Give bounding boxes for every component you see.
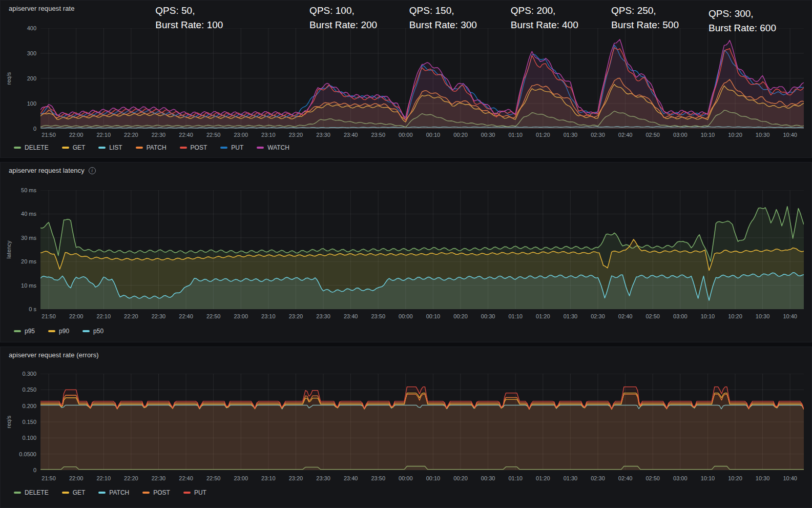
x-tick-label: 10:40 [774, 313, 806, 320]
series-color-swatch [220, 147, 227, 149]
legend: DELETEGETLISTPATCHPOSTPUTWATCH [14, 144, 289, 151]
series-color-swatch [14, 147, 21, 149]
legend-label: PUT [231, 144, 243, 151]
y-tick-label: 400 [5, 25, 36, 32]
y-tick-label: 20 ms [5, 258, 36, 265]
legend: DELETEGETPATCHPOSTPUT [14, 489, 206, 496]
y-axis-label: latency [6, 241, 12, 259]
legend-label: PATCH [109, 489, 129, 496]
series-color-swatch [62, 492, 69, 494]
panel-header[interactable]: apiserver request rate [9, 5, 75, 12]
legend-item-PUT[interactable]: PUT [220, 144, 243, 151]
legend-item-GET[interactable]: GET [62, 489, 86, 496]
series-color-swatch [136, 147, 143, 149]
legend-label: DELETE [25, 144, 49, 151]
legend-label: PUT [194, 489, 206, 496]
y-tick-label: 0 s [5, 306, 36, 313]
panel-title[interactable]: apiserver request latency [9, 167, 85, 174]
legend-item-WATCH[interactable]: WATCH [257, 144, 289, 151]
series-color-swatch [180, 147, 187, 149]
legend-label: GET [73, 144, 86, 151]
legend-item-POST[interactable]: POST [180, 144, 207, 151]
legend: p95p90p50 [14, 328, 103, 335]
legend-label: p50 [93, 328, 103, 335]
y-tick-label: 0 [5, 125, 36, 132]
series-area-WATCH [40, 39, 804, 129]
legend-item-GET[interactable]: GET [62, 144, 86, 151]
legend-label: POST [191, 144, 207, 151]
chart-canvas[interactable] [40, 190, 804, 309]
y-tick-label: 30 ms [5, 234, 36, 241]
y-tick-label: 0 [5, 466, 36, 474]
legend-item-PATCH[interactable]: PATCH [98, 489, 129, 496]
series-color-swatch [14, 330, 21, 332]
y-tick-label: 0.150 [5, 418, 36, 425]
legend-label: p90 [59, 328, 69, 335]
chart-canvas[interactable] [40, 374, 804, 470]
series-color-swatch [98, 492, 106, 494]
series-area-PUT [40, 387, 804, 470]
legend-label: p95 [25, 328, 35, 335]
x-tick-label: 10:40 [774, 131, 806, 138]
legend-label: DELETE [25, 489, 49, 496]
chart-canvas[interactable] [40, 28, 804, 129]
legend-item-POST[interactable]: POST [142, 489, 170, 496]
legend-item-PATCH[interactable]: PATCH [136, 144, 166, 151]
panel-header[interactable]: apiserver request rate (errors) [9, 351, 99, 359]
panel-apiserver-request-rate-errors: apiserver request rate (errors) req/s 00… [0, 347, 812, 508]
series-color-swatch [48, 330, 55, 332]
legend-item-DELETE[interactable]: DELETE [14, 144, 49, 151]
series-color-swatch [183, 492, 191, 494]
series-color-swatch [257, 147, 264, 149]
panel-apiserver-request-latency: apiserver request latency i latency 0 s1… [0, 162, 812, 342]
legend-label: GET [73, 489, 86, 496]
series-color-swatch [98, 147, 106, 149]
x-tick-label: 10:40 [774, 475, 806, 482]
y-tick-label: 0.200 [5, 402, 36, 410]
grafana-dashboard: apiserver request rate req/s 01002003004… [0, 0, 812, 508]
y-tick-label: 0.300 [5, 370, 36, 377]
legend-item-LIST[interactable]: LIST [98, 144, 122, 151]
panel-apiserver-request-rate: apiserver request rate req/s 01002003004… [0, 0, 812, 158]
legend-item-p95[interactable]: p95 [14, 328, 35, 335]
panel-title[interactable]: apiserver request rate [9, 5, 75, 12]
series-color-swatch [142, 492, 150, 494]
y-tick-label: 300 [5, 50, 36, 57]
y-tick-label: 50 ms [5, 187, 36, 194]
legend-item-p90[interactable]: p90 [48, 328, 69, 335]
legend-item-PUT[interactable]: PUT [183, 489, 206, 496]
y-tick-label: 0.0500 [5, 451, 36, 458]
y-tick-label: 0.250 [5, 386, 36, 393]
panel-title[interactable]: apiserver request rate (errors) [9, 351, 99, 359]
y-tick-label: 200 [5, 75, 36, 82]
series-color-swatch [14, 492, 21, 494]
legend-label: WATCH [267, 144, 289, 151]
legend-label: PATCH [147, 144, 166, 151]
series-color-swatch [62, 147, 69, 149]
info-icon[interactable]: i [89, 167, 96, 174]
legend-item-p50[interactable]: p50 [82, 328, 103, 335]
panel-header[interactable]: apiserver request latency i [9, 167, 96, 174]
series-color-swatch [82, 330, 90, 332]
y-tick-label: 0.100 [5, 434, 36, 441]
legend-item-DELETE[interactable]: DELETE [14, 489, 49, 496]
y-tick-label: 40 ms [5, 210, 36, 217]
y-tick-label: 100 [5, 100, 36, 107]
y-tick-label: 10 ms [5, 282, 36, 289]
legend-label: POST [153, 489, 170, 496]
legend-label: LIST [109, 144, 122, 151]
